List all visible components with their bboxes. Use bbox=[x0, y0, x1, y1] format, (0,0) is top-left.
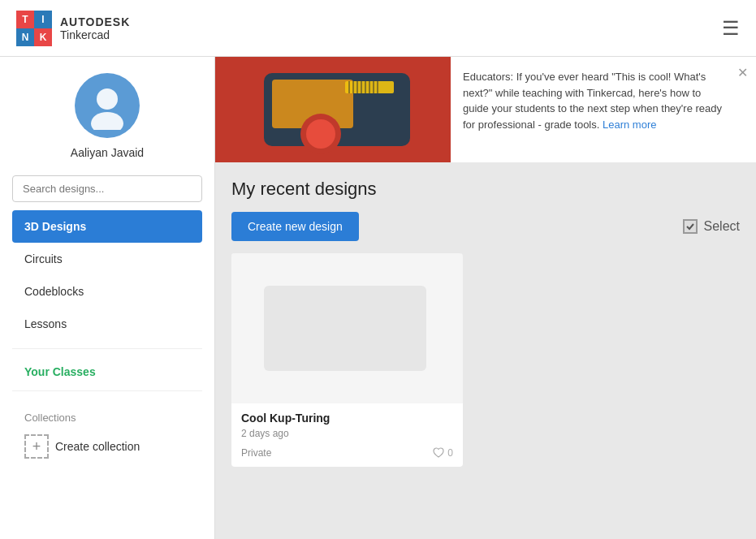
banner-message: Educators: If you've ever heard "This is… bbox=[463, 71, 722, 131]
logo-section: T I N K AUTODESK Tinkercad bbox=[16, 11, 130, 46]
select-label: Select bbox=[704, 219, 740, 234]
logo-text: AUTODESK Tinkercad bbox=[60, 15, 130, 41]
banner-learn-more-link[interactable]: Learn more bbox=[603, 119, 656, 131]
design-likes[interactable]: 0 bbox=[433, 447, 453, 459]
autodesk-label: AUTODESK bbox=[60, 15, 130, 28]
logo-t: T bbox=[16, 11, 34, 28]
create-collection-button[interactable]: + Create collection bbox=[12, 428, 202, 465]
heart-icon bbox=[433, 447, 444, 459]
checkmark-icon bbox=[685, 222, 695, 231]
design-card-title: Cool Kup-Turing bbox=[241, 412, 453, 425]
likes-count: 0 bbox=[447, 447, 453, 459]
logo-k: K bbox=[34, 28, 52, 46]
select-section: Select bbox=[683, 219, 740, 234]
sidebar-item-codeblocks[interactable]: Codeblocks bbox=[12, 275, 202, 308]
sidebar-item-3d-designs[interactable]: 3D Designs bbox=[12, 210, 202, 243]
content-area: Educators: If you've ever heard "This is… bbox=[215, 57, 756, 539]
tinkercad-label: Tinkercad bbox=[60, 28, 130, 41]
logo-n: N bbox=[16, 28, 34, 46]
designs-grid: Cool Kup-Turing 2 days ago Private 0 bbox=[231, 253, 740, 467]
sidebar-item-circuits[interactable]: Circuits bbox=[12, 243, 202, 275]
svg-point-1 bbox=[91, 112, 123, 130]
svg-point-15 bbox=[306, 119, 335, 149]
create-collection-label: Create collection bbox=[55, 440, 140, 453]
select-checkbox[interactable] bbox=[683, 219, 698, 234]
user-icon bbox=[83, 81, 132, 130]
designs-section: My recent designs Create new design Sele… bbox=[215, 162, 756, 483]
nav-divider-2 bbox=[12, 390, 202, 391]
sidebar: Aaliyan Javaid 3D Designs Circuits Codeb… bbox=[0, 57, 215, 539]
logo-i: I bbox=[34, 11, 52, 28]
design-card-date: 2 days ago bbox=[241, 428, 453, 439]
main-layout: Aaliyan Javaid 3D Designs Circuits Codeb… bbox=[0, 57, 756, 539]
design-visibility: Private bbox=[241, 447, 271, 459]
search-input[interactable] bbox=[12, 175, 202, 202]
menu-icon[interactable]: ☰ bbox=[722, 17, 740, 40]
design-card-thumbnail bbox=[231, 253, 463, 403]
username-label: Aaliyan Javaid bbox=[71, 146, 144, 159]
banner-text: Educators: If you've ever heard "This is… bbox=[451, 57, 756, 162]
banner: Educators: If you've ever heard "This is… bbox=[215, 57, 756, 162]
banner-device-illustration bbox=[215, 57, 451, 162]
designs-section-title: My recent designs bbox=[231, 179, 740, 200]
sidebar-item-lessons[interactable]: Lessons bbox=[12, 308, 202, 340]
svg-rect-17 bbox=[264, 286, 426, 371]
nav-divider bbox=[12, 348, 202, 349]
avatar[interactable] bbox=[75, 73, 140, 138]
your-classes-label: Your Classes bbox=[12, 357, 202, 382]
svg-point-0 bbox=[97, 88, 118, 110]
design-card-footer: Private 0 bbox=[231, 447, 463, 467]
collections-section: Collections + Create collection bbox=[12, 407, 202, 465]
banner-image bbox=[215, 57, 451, 162]
design-card-info: Cool Kup-Turing 2 days ago bbox=[231, 403, 463, 447]
collections-label: Collections bbox=[12, 407, 202, 428]
header: T I N K AUTODESK Tinkercad ☰ bbox=[0, 0, 756, 57]
banner-close-button[interactable]: ✕ bbox=[737, 65, 748, 80]
design-thumbnail-illustration bbox=[231, 253, 463, 403]
avatar-section: Aaliyan Javaid bbox=[12, 73, 202, 159]
logo-box: T I N K bbox=[16, 11, 52, 46]
designs-toolbar: Create new design Select bbox=[231, 212, 740, 241]
create-new-design-button[interactable]: Create new design bbox=[231, 212, 359, 241]
design-card[interactable]: Cool Kup-Turing 2 days ago Private 0 bbox=[231, 253, 463, 467]
plus-icon: + bbox=[24, 434, 49, 459]
